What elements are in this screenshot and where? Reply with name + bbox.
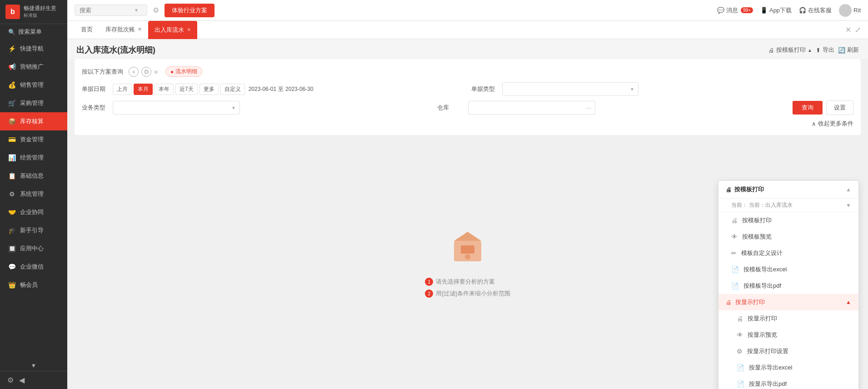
filter-settings-btn[interactable]: ⚙ xyxy=(141,67,151,77)
filter-collapse-btn[interactable]: « xyxy=(154,68,158,76)
sidebar-item-purchase[interactable]: 🛒 采购管理 xyxy=(0,94,67,112)
template-custom-icon: ✏ xyxy=(731,249,737,257)
online-service-btn[interactable]: 🎧 在线客服 xyxy=(799,6,832,15)
sidebar-item-app-center[interactable]: 🔲 应用中心 xyxy=(0,239,67,258)
sidebar-item-operations[interactable]: 📊 经营管理 xyxy=(0,149,67,167)
sidebar-item-base-info[interactable]: 📋 基础信息 xyxy=(0,167,67,185)
topbar-search-dropdown-icon[interactable]: ▼ xyxy=(134,8,139,13)
warehouse-label: 仓库 xyxy=(437,104,464,112)
current-label: 当前： xyxy=(731,202,748,208)
biz-type-filter: 业务类型 ▼ xyxy=(82,101,430,115)
filter-area: 按以下方案查询 + ⚙ « ● 流水明细 单据日期 上月 本月 xyxy=(75,59,861,135)
user-area[interactable]: Rit xyxy=(839,4,861,17)
export-btn[interactable]: ⬆ 导出 xyxy=(816,46,834,54)
date-btn-this-month[interactable]: 本月 xyxy=(134,84,153,95)
base-info-icon: 📋 xyxy=(7,171,16,180)
settings-btn[interactable]: 设置 xyxy=(826,100,853,115)
tab-maximize-btns: ✕ ⤢ xyxy=(845,25,861,34)
main-content: ▼ ⚙ 体验行业方案 💬 消息 99+ 📱 App下载 🎧 在线客服 xyxy=(67,0,868,389)
dropdown-template-custom[interactable]: ✏ 模板自定义设计 xyxy=(718,245,858,261)
sidebar-scroll-down[interactable]: ▼ xyxy=(0,360,67,371)
refresh-btn[interactable]: 🔄 刷新 xyxy=(838,46,859,54)
message-icon: 💬 xyxy=(717,7,724,14)
tab-batch-account[interactable]: 库存批次账 ✕ xyxy=(99,21,148,39)
tab-flow-close[interactable]: ✕ xyxy=(187,27,191,33)
dropdown-display-export-pdf[interactable]: 📄 按显示导出pdf xyxy=(718,376,858,389)
trial-btn[interactable]: 体验行业方案 xyxy=(165,4,215,17)
sidebar-item-marketing[interactable]: 📢 营销推广 xyxy=(0,58,67,76)
chevron-up-icon: ∧ xyxy=(812,120,816,127)
date-btn-this-year[interactable]: 本年 xyxy=(155,84,174,95)
biz-type-label: 业务类型 xyxy=(82,104,109,112)
refresh-icon: 🔄 xyxy=(838,47,845,54)
current-dropdown-icon[interactable]: ▼ xyxy=(846,202,851,209)
sidebar-item-guide[interactable]: 🎓 新手引导 xyxy=(0,221,67,239)
dropdown-display-preview[interactable]: 👁 按显示预览 xyxy=(718,327,858,343)
display-pdf-icon: 📄 xyxy=(737,380,744,388)
sidebar-item-enterprise[interactable]: 🤝 企业协同 xyxy=(0,203,67,221)
sidebar-search[interactable]: 🔍 搜索菜单 xyxy=(0,24,67,40)
logo-area: b 畅捷通好生意 标准版 xyxy=(0,0,67,24)
topbar-settings-icon[interactable]: ⚙ xyxy=(153,6,159,15)
content-area: 1 请先选择要分析的方案 2 用[过滤]条件来缩小分析范围 🖨 按模板打印 xyxy=(67,135,868,389)
sidebar-nav: ⚡ 快捷导航 📢 营销推广 💰 销售管理 🛒 采购管理 📦 库存核算 💳 xyxy=(0,40,67,360)
svg-rect-2 xyxy=(461,245,474,254)
sidebar-item-sales[interactable]: 💰 销售管理 xyxy=(0,76,67,94)
panel-collapse-icon[interactable]: ▲ xyxy=(846,186,851,193)
tab-maximize-icon[interactable]: ⤢ xyxy=(855,25,861,34)
date-btn-7days[interactable]: 近7天 xyxy=(175,84,198,95)
empty-icon xyxy=(445,225,490,270)
warehouse-filter: 仓库 ··· xyxy=(437,101,785,115)
dropdown-display-print-settings[interactable]: ⚙ 按显示打印设置 xyxy=(718,343,858,359)
date-btn-custom[interactable]: 自定义 xyxy=(220,84,245,95)
doc-type-label: 单据类型 xyxy=(471,85,499,93)
dropdown-display-export-excel[interactable]: 📄 按显示导出excel xyxy=(718,359,858,376)
sidebar-item-finance[interactable]: 💳 资金管理 xyxy=(0,130,67,149)
message-btn[interactable]: 💬 消息 99+ xyxy=(717,6,753,15)
dropdown-template-export-pdf[interactable]: 📄 按模板导出pdf xyxy=(718,278,858,294)
query-btn[interactable]: 查询 xyxy=(793,101,823,115)
sidebar-settings-icon[interactable]: ⚙ xyxy=(7,376,14,384)
dropdown-display-print[interactable]: 🖨 按显示打印 xyxy=(718,310,858,327)
doc-type-select[interactable]: ▼ xyxy=(502,82,639,96)
dropdown-template-print[interactable]: 🖨 按模板打印 xyxy=(718,212,858,229)
operations-icon: 📊 xyxy=(7,153,16,162)
tab-minimize-icon[interactable]: ✕ xyxy=(845,25,851,34)
dropdown-template-export-excel[interactable]: 📄 按模板导出excel xyxy=(718,261,858,278)
biz-type-dropdown-icon: ▼ xyxy=(231,105,236,110)
sidebar-item-quick-nav[interactable]: ⚡ 快捷导航 xyxy=(0,40,67,58)
tabs-bar: 首页 库存批次账 ✕ 出入库流水 ✕ ✕ ⤢ xyxy=(67,21,868,39)
sidebar-item-system[interactable]: ⚙ 系统管理 xyxy=(0,185,67,203)
tab-home[interactable]: 首页 xyxy=(75,21,99,39)
sidebar-search-label: 搜索菜单 xyxy=(18,28,42,36)
membership-icon: 👑 xyxy=(7,280,16,289)
flow-detail-tag[interactable]: ● 流水明细 xyxy=(165,66,202,77)
sidebar-item-wechat[interactable]: 💬 企业微信 xyxy=(0,258,67,276)
topbar-search-box[interactable]: ▼ xyxy=(75,5,147,16)
filter-add-btn[interactable]: + xyxy=(129,67,139,77)
biz-type-select[interactable]: ▼ xyxy=(113,101,240,115)
display-section-header[interactable]: 🖨 按显示打印 ▲ xyxy=(718,294,858,310)
tag-label: 流水明细 xyxy=(175,68,197,75)
headset-icon: 🎧 xyxy=(799,7,806,14)
purchase-icon: 🛒 xyxy=(7,99,16,108)
date-btn-more[interactable]: 更多 xyxy=(200,84,219,95)
filter-row-2: 业务类型 ▼ 仓库 ··· 查询 设置 xyxy=(82,100,853,115)
sidebar-item-membership[interactable]: 👑 畅会员 xyxy=(0,276,67,294)
tab-batch-account-close[interactable]: ✕ xyxy=(138,26,142,32)
date-btn-last-month[interactable]: 上月 xyxy=(113,84,132,95)
dropdown-template-preview[interactable]: 👁 按模板预览 xyxy=(718,229,858,245)
tab-flow[interactable]: 出入库流水 ✕ xyxy=(148,21,197,39)
app-download-btn[interactable]: 📱 App下载 xyxy=(760,6,792,15)
warehouse-select[interactable]: ··· xyxy=(468,101,595,115)
sidebar-collapse-icon[interactable]: ◀ xyxy=(19,376,25,384)
sidebar-item-inventory[interactable]: 📦 库存核算 xyxy=(0,112,67,130)
user-name: Rit xyxy=(853,7,861,14)
template-pdf-icon: 📄 xyxy=(731,282,739,289)
export-icon: ⬆ xyxy=(816,47,821,54)
collapse-more[interactable]: ∧ 收起更多条件 xyxy=(82,120,853,128)
topbar-search-input[interactable] xyxy=(80,7,134,14)
app-download-icon: 📱 xyxy=(760,7,768,14)
template-print-btn[interactable]: 🖨 按模板打印 ▲ xyxy=(768,46,812,54)
step-2: 2 用[过滤]条件来缩小分析范围 xyxy=(425,288,510,299)
